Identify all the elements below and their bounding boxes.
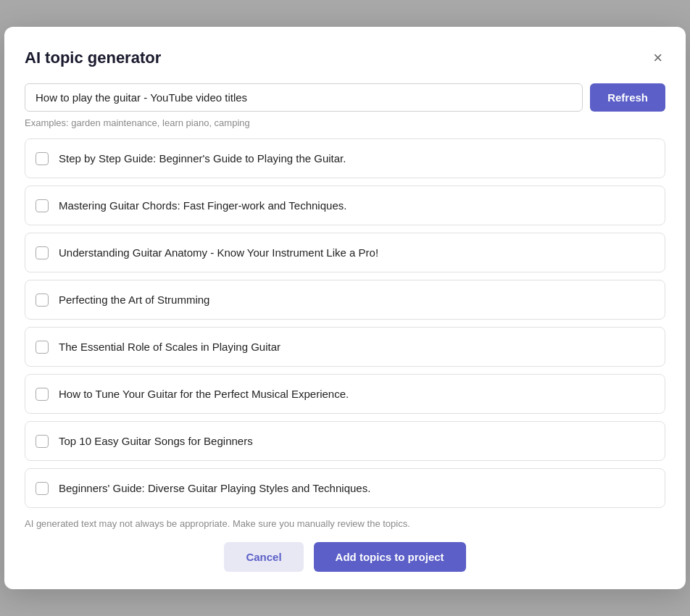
topic-checkbox[interactable] [36,388,49,401]
topics-list: Step by Step Guide: Beginner's Guide to … [25,138,665,508]
refresh-button[interactable]: Refresh [590,83,665,112]
list-item[interactable]: Understanding Guitar Anatomy - Know Your… [25,233,665,272]
search-input[interactable] [25,83,583,112]
topic-checkbox[interactable] [36,435,49,448]
topic-label: Perfecting the Art of Strumming [59,292,209,307]
modal-header: AI topic generator × [25,47,665,69]
disclaimer-text: AI generated text may not always be appr… [25,518,665,529]
modal-overlay: AI topic generator × Refresh Examples: g… [0,0,690,616]
topic-label: Beginners' Guide: Diverse Guitar Playing… [59,480,370,496]
topic-label: The Essential Role of Scales in Playing … [59,339,280,354]
topic-label: Understanding Guitar Anatomy - Know Your… [59,245,378,260]
list-item[interactable]: Top 10 Easy Guitar Songs for Beginners [25,421,665,461]
topic-checkbox[interactable] [36,482,49,495]
topic-label: Step by Step Guide: Beginner's Guide to … [59,151,346,166]
list-item[interactable]: Perfecting the Art of Strumming [25,280,665,320]
topic-checkbox[interactable] [36,294,49,307]
topic-label: Top 10 Easy Guitar Songs for Beginners [59,433,253,449]
list-item[interactable]: The Essential Role of Scales in Playing … [25,327,665,367]
topic-label: Mastering Guitar Chords: Fast Finger-wor… [59,198,346,213]
topic-checkbox[interactable] [36,246,49,259]
topic-checkbox[interactable] [36,341,49,354]
list-item[interactable]: Beginners' Guide: Diverse Guitar Playing… [25,468,665,508]
modal-title: AI topic generator [25,49,161,67]
topic-checkbox[interactable] [36,152,49,165]
modal-dialog: AI topic generator × Refresh Examples: g… [4,27,686,589]
topic-label: How to Tune Your Guitar for the Perfect … [59,386,349,401]
close-button[interactable]: × [650,47,665,69]
list-item[interactable]: How to Tune Your Guitar for the Perfect … [25,374,665,414]
list-item[interactable]: Step by Step Guide: Beginner's Guide to … [25,138,665,178]
search-row: Refresh [25,83,665,112]
topic-checkbox[interactable] [36,199,49,212]
examples-text: Examples: garden maintenance, learn pian… [25,117,665,128]
add-topics-button[interactable]: Add topics to project [314,542,466,572]
footer-buttons: Cancel Add topics to project [25,542,665,572]
cancel-button[interactable]: Cancel [224,542,303,572]
list-item[interactable]: Mastering Guitar Chords: Fast Finger-wor… [25,186,665,225]
